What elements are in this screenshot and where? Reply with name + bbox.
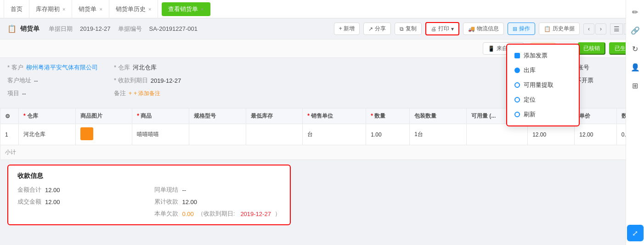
sidebar-edit-icon[interactable]: ✏ bbox=[627, 4, 644, 20]
new-button[interactable]: + 新增 bbox=[334, 23, 360, 35]
payment-grid: 金额合计 12.00 同单现结 -- 成交金额 12.00 累计收款 12.00… bbox=[17, 186, 281, 218]
note-placeholder: + 添加备注 bbox=[134, 90, 160, 97]
balance-date: 2019-12-27 bbox=[240, 211, 271, 217]
settlement-value: -- bbox=[182, 187, 186, 194]
doc-icon: 📋 bbox=[7, 24, 17, 33]
available-qty-icon bbox=[514, 82, 520, 88]
sidebar-expand-icon[interactable]: ⤢ bbox=[627, 225, 644, 241]
tab-home-label: 首页 bbox=[11, 5, 23, 13]
refresh-icon bbox=[514, 112, 520, 117]
note-label: 备注 bbox=[114, 89, 126, 97]
col-image: 商品图片 bbox=[75, 108, 132, 124]
col-product: * 商品 bbox=[132, 108, 189, 124]
sidebar-user-icon[interactable]: 👤 bbox=[627, 59, 644, 75]
due-date-value: 2019-12-27 bbox=[151, 77, 181, 84]
number-label: 单据编号 bbox=[118, 25, 142, 33]
cell-no: 1 bbox=[0, 124, 19, 145]
balance-value: 0.00 bbox=[182, 211, 193, 217]
logistics-icon: 🚚 bbox=[468, 26, 475, 32]
copy-icon: ⧉ bbox=[400, 26, 404, 32]
copy-button[interactable]: ⧉ 复制 bbox=[395, 23, 422, 35]
cell-unit: 台 bbox=[303, 124, 366, 145]
number-value: SA-20191227-001 bbox=[149, 25, 198, 32]
note-field: 备注 + + 添加备注 bbox=[114, 89, 206, 97]
col-min-stock: 最低库存 bbox=[246, 108, 303, 124]
logistics-button[interactable]: 🚚 物流信息 bbox=[463, 23, 504, 35]
project-value: -- bbox=[22, 90, 26, 97]
sidebar-table-icon[interactable]: ⊞ bbox=[627, 77, 644, 94]
outbound-label: 出库 bbox=[524, 66, 536, 74]
due-date-label: * 收款到期日 bbox=[114, 76, 148, 85]
sold-out-button[interactable]: 已核销 bbox=[578, 42, 605, 55]
address-value: -- bbox=[34, 77, 38, 84]
warehouse-field: * 仓库 河北仓库 bbox=[114, 63, 206, 72]
payment-area: 收款信息 金额合计 12.00 同单现结 -- 成交金额 12.00 累计收款 … bbox=[0, 160, 644, 230]
col-settings[interactable]: ⚙ bbox=[0, 108, 19, 124]
dropdown-refresh[interactable]: 刷新 bbox=[507, 107, 579, 122]
operations-button[interactable]: ⊞ 操作 bbox=[508, 23, 535, 35]
tab-view-sales[interactable]: 查看销货单 × bbox=[162, 2, 210, 16]
operations-icon: ⊞ bbox=[513, 26, 517, 32]
share-button[interactable]: ↗ 分享 bbox=[363, 23, 391, 35]
balance-note-end: ） bbox=[275, 210, 281, 218]
tab-sales-close[interactable]: × bbox=[99, 6, 102, 12]
sidebar-refresh-icon[interactable]: ↻ bbox=[627, 40, 644, 57]
add-invoice-label: 添加发票 bbox=[524, 51, 548, 60]
col-qty: * 数量 bbox=[366, 108, 410, 124]
col-spec: 规格型号 bbox=[189, 108, 246, 124]
prev-arrow[interactable]: ‹ bbox=[583, 23, 594, 34]
add-note-button[interactable]: + + 添加备注 bbox=[129, 90, 160, 97]
history-icon: 📋 bbox=[544, 26, 551, 32]
sidebar-link-icon[interactable]: 🔗 bbox=[627, 22, 644, 39]
history-label: 历史单据 bbox=[553, 25, 575, 33]
cell-current-stock: 12.00 bbox=[528, 124, 575, 145]
refresh-label: 刷新 bbox=[524, 110, 536, 119]
share-label: 分享 bbox=[375, 25, 386, 33]
tab-history-close[interactable]: × bbox=[148, 6, 151, 12]
tab-sales-history[interactable]: 销货单历史 × bbox=[109, 0, 158, 18]
table-row: 1 河北仓库 嘻嘻嘻嘻 台 1.00 1台 12.00 12.00 0. bbox=[0, 124, 644, 145]
add-invoice-icon bbox=[514, 53, 520, 58]
locate-icon bbox=[514, 97, 520, 103]
settlement-label: 同单现结 bbox=[154, 186, 178, 194]
share-icon: ↗ bbox=[368, 26, 373, 32]
subtotal-label: 小计 bbox=[0, 145, 644, 160]
dropdown-add-invoice[interactable]: 添加发票 bbox=[507, 48, 579, 63]
tab-inventory-close[interactable]: × bbox=[62, 6, 65, 12]
transaction-value: 12.00 bbox=[45, 199, 60, 205]
operations-dropdown: 添加发票 出库 可用量提取 定位 刷新 bbox=[506, 44, 580, 126]
dropdown-locate[interactable]: 定位 bbox=[507, 92, 579, 107]
col-pack-qty: 包装数量 bbox=[410, 108, 467, 124]
locate-label: 定位 bbox=[524, 96, 536, 104]
payment-settlement-row: 同单现结 -- bbox=[154, 186, 280, 194]
total-label: 金额合计 bbox=[17, 186, 41, 194]
copy-label: 复制 bbox=[406, 25, 417, 33]
plus-icon: + bbox=[129, 90, 132, 97]
dropdown-outbound[interactable]: 出库 bbox=[507, 63, 579, 78]
list-view-button[interactable]: ☰ bbox=[610, 23, 623, 34]
dropdown-available-qty[interactable]: 可用量提取 bbox=[507, 78, 579, 92]
tab-view-label: 查看销货单 bbox=[168, 5, 198, 13]
print-button[interactable]: 🖨 打印 ▾ bbox=[425, 22, 459, 35]
tab-sales-order[interactable]: 销货单 × bbox=[72, 0, 109, 18]
customer-value[interactable]: 柳州粤港平安气体有限公司 bbox=[26, 63, 98, 72]
cell-available bbox=[466, 124, 527, 145]
project-label: 项目 bbox=[7, 89, 19, 97]
payment-transaction-row: 成交金额 12.00 bbox=[17, 198, 143, 206]
right-sidebar: ✏ 🔗 ↻ 👤 ⊞ ⤢ bbox=[626, 0, 644, 245]
available-qty-label: 可用量提取 bbox=[524, 81, 554, 89]
warehouse-label: * 仓库 bbox=[114, 63, 130, 72]
history-button[interactable]: 📋 历史单据 bbox=[539, 23, 580, 35]
doc-actions: + 新增 ↗ 分享 ⧉ 复制 🖨 打印 ▾ 🚚 物流信息 ⊞ 操作 bbox=[334, 22, 637, 35]
tab-inventory-init[interactable]: 库存期初 × bbox=[29, 0, 72, 18]
customer-field: * 客户 柳州粤港平安气体有限公司 bbox=[7, 63, 99, 72]
cell-product: 嘻嘻嘻嘻 bbox=[132, 124, 189, 145]
cell-warehouse: 河北仓库 bbox=[19, 124, 76, 145]
cell-image bbox=[75, 124, 132, 145]
tab-home[interactable]: 首页 bbox=[4, 0, 29, 18]
address-field: 客户地址 -- bbox=[7, 76, 99, 85]
tab-view-close[interactable]: × bbox=[201, 6, 203, 12]
tab-bar: 首页 库存期初 × 销货单 × 销货单历史 × 查看销货单 × × bbox=[0, 0, 644, 18]
col-unit-price: 单价 bbox=[575, 108, 616, 124]
next-arrow[interactable]: › bbox=[595, 23, 606, 34]
